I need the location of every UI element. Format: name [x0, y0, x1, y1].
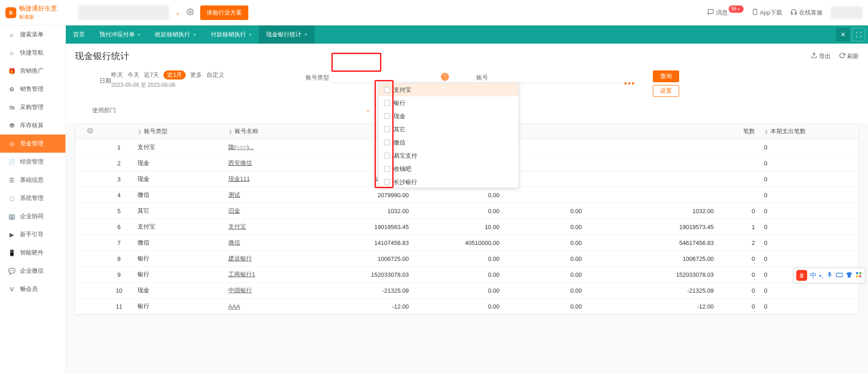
row-account-name-link[interactable]: 中国银行: [228, 287, 252, 294]
date-option[interactable]: 今天: [128, 71, 139, 79]
sidebar-item[interactable]: V畅会员: [0, 280, 65, 298]
row-account-name-link[interactable]: 现金111: [228, 175, 250, 182]
sidebar-item[interactable]: ⚙销售管理: [0, 80, 65, 98]
tab[interactable]: 现金银行统计×: [259, 25, 314, 44]
row-col-5: 0.00: [504, 267, 587, 283]
sidebar-item[interactable]: ☰基础信息: [0, 171, 65, 189]
date-option[interactable]: 近7天: [144, 71, 159, 79]
dropdown-checkbox[interactable]: [384, 166, 390, 172]
account-type-input[interactable]: [329, 70, 438, 83]
sidebar-item[interactable]: 💬企业微信: [0, 262, 65, 280]
more-filters-button[interactable]: •••: [624, 79, 636, 89]
dropdown-item[interactable]: 收钱吧: [379, 162, 518, 175]
dropdown-checkbox[interactable]: [384, 113, 390, 119]
filter-settings-button[interactable]: 设置: [653, 85, 679, 97]
dropdown-item[interactable]: 支付宝: [379, 83, 518, 96]
date-option[interactable]: 昨天: [111, 71, 123, 79]
row-count-1: [718, 171, 760, 187]
row-account-name-link[interactable]: 测试: [228, 191, 240, 198]
messages-link[interactable]: 消息 99＋: [707, 9, 744, 17]
sidebar-item[interactable]: ⊙资金管理: [0, 135, 65, 153]
tab[interactable]: 收款核销执行×: [148, 25, 203, 44]
account-type-expand-icon[interactable]: ˄: [441, 73, 449, 81]
query-button[interactable]: 查询: [653, 70, 679, 82]
row-account-name-link[interactable]: 支付宝: [228, 223, 246, 230]
tabs-close-button[interactable]: ×: [836, 28, 850, 41]
col-header-account-type[interactable]: ▲▼账号类型: [133, 124, 224, 140]
sidebar-item[interactable]: 📱智能硬件: [0, 244, 65, 262]
sidebar-item[interactable]: 📄经营管理: [0, 153, 65, 171]
ime-skin-icon[interactable]: [846, 271, 853, 279]
tab[interactable]: 付款核销执行×: [203, 25, 259, 44]
ime-grid-icon[interactable]: [855, 271, 862, 279]
row-account-name-link[interactable]: 西安微信: [228, 160, 252, 166]
tab-close-icon[interactable]: ×: [304, 32, 307, 37]
ime-keyboard-icon[interactable]: [836, 271, 843, 280]
tab[interactable]: 首页: [66, 25, 92, 44]
dropdown-item[interactable]: 现金: [379, 110, 518, 123]
date-option[interactable]: 更多: [190, 71, 202, 79]
tabs-expand-button[interactable]: ⛶: [852, 28, 865, 41]
ime-mic-icon[interactable]: [826, 271, 833, 279]
dropdown-checkbox[interactable]: [384, 100, 390, 106]
dropdown-item[interactable]: 银行: [379, 96, 518, 110]
row-account-name-link[interactable]: 陇(○○○)...: [228, 144, 254, 150]
row-count-1: [718, 155, 760, 171]
table-row: 4 微信 测试 2079990.00 0.00 0: [75, 187, 858, 203]
row-account-name-link[interactable]: AAA: [228, 303, 240, 310]
dropdown-checkbox[interactable]: [384, 140, 390, 145]
sidebar-item[interactable]: 🏢企业协同: [0, 207, 65, 225]
table-settings-header[interactable]: [75, 124, 105, 140]
refresh-button[interactable]: 刷新: [839, 52, 859, 60]
row-account-name-link[interactable]: 旧金: [228, 207, 240, 214]
tab-close-icon[interactable]: ×: [138, 32, 140, 37]
col-header-count[interactable]: 笔数: [718, 124, 760, 140]
page-header: 现金银行统计 导出 刷新: [66, 44, 868, 67]
col-header-hidden-2[interactable]: [587, 124, 719, 140]
col-header-expense-count[interactable]: ▲▼本期支出笔数: [760, 124, 858, 140]
org-caret-icon[interactable]: ⌄: [175, 9, 180, 16]
sidebar-item[interactable]: ⛃库存核算: [0, 116, 65, 135]
sidebar-item[interactable]: ⌂快捷导航: [0, 44, 65, 62]
dropdown-checkbox[interactable]: [384, 179, 390, 185]
phone-icon: [752, 9, 758, 16]
dropdown-checkbox[interactable]: [384, 87, 390, 93]
dropdown-checkbox[interactable]: [384, 126, 390, 132]
dropdown-item[interactable]: 微信: [379, 136, 518, 149]
account-input[interactable]: [488, 70, 624, 83]
sidebar-item-label: 资金管理: [20, 140, 44, 148]
app-download-link[interactable]: App下载: [752, 9, 782, 17]
sidebar-item[interactable]: ◌系统管理: [0, 189, 65, 207]
sidebar-item-label: 新手引导: [20, 230, 44, 239]
dropdown-item[interactable]: 长沙银行: [379, 175, 518, 188]
ime-punct-icon[interactable]: •,: [819, 272, 824, 279]
ime-lang[interactable]: 中: [810, 271, 817, 280]
ime-logo-icon[interactable]: S: [796, 270, 807, 281]
trial-plan-button[interactable]: 体验行业方案: [200, 5, 248, 20]
sidebar-item[interactable]: ▶新手引导: [0, 225, 65, 244]
brand: b 畅捷通好生意 标准版: [5, 5, 69, 20]
row-col-5: 0.00: [504, 283, 587, 299]
export-button[interactable]: 导出: [811, 52, 831, 60]
tab[interactable]: 预付冲应付单×: [92, 25, 148, 44]
row-account-name-link[interactable]: 工商银行1: [228, 271, 255, 278]
row-account-name-link[interactable]: 微信: [228, 239, 240, 246]
tab-close-icon[interactable]: ×: [249, 32, 252, 37]
sidebar-item[interactable]: 🎁营销推广: [0, 62, 65, 80]
table-row: 9 银行 工商银行1 152033078.03 0.00 0.00 152033…: [75, 267, 858, 283]
date-option[interactable]: 近1月: [163, 70, 186, 80]
sidebar-item[interactable]: ⌕搜索菜单: [0, 25, 65, 44]
org-selector[interactable]: [78, 5, 169, 20]
row-account-name-link[interactable]: 建设银行: [228, 255, 252, 262]
dropdown-item[interactable]: 易宝支付: [379, 149, 518, 162]
dropdown-item[interactable]: 其它: [379, 123, 518, 136]
user-area[interactable]: [831, 6, 863, 19]
sidebar-item[interactable]: 🛍采购管理: [0, 98, 65, 116]
settings-gear-icon[interactable]: [187, 8, 194, 17]
department-expand-icon[interactable]: ⌄: [365, 106, 370, 113]
col-header-account-name[interactable]: ▲▼账号名称: [224, 124, 323, 140]
dropdown-checkbox[interactable]: [384, 153, 390, 159]
date-option[interactable]: 自定义: [207, 71, 224, 79]
tab-close-icon[interactable]: ×: [193, 32, 196, 37]
support-link[interactable]: 在线客服: [790, 9, 823, 17]
